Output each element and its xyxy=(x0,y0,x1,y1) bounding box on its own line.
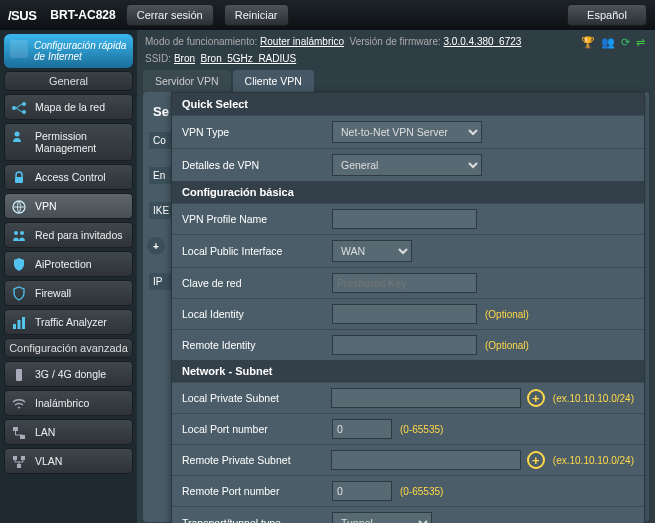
port-hint: (0-65535) xyxy=(400,424,443,435)
logout-button[interactable]: Cerrar sesión xyxy=(126,4,214,26)
main-content: Modo de funcionamiento: Router inalámbri… xyxy=(137,30,655,523)
svg-rect-8 xyxy=(13,324,16,329)
sidebar: Configuración rápida de Internet General… xyxy=(0,30,137,523)
ssid-label: SSID: xyxy=(145,53,171,64)
model-name: BRT-AC828 xyxy=(50,8,115,22)
sidebar-item-label: VLAN xyxy=(35,455,62,467)
local-port-label: Local Port number xyxy=(182,423,332,435)
sidebar-item-label: Mapa de la red xyxy=(35,101,105,113)
status-line-1: Modo de funcionamiento: Router inalámbri… xyxy=(143,34,649,51)
sidebar-item-wireless[interactable]: Inalámbrico xyxy=(4,390,133,416)
mode-value[interactable]: Router inalámbrico xyxy=(260,36,344,47)
vpn-details-select[interactable]: General xyxy=(332,154,482,176)
obscured-label: IKE xyxy=(149,202,173,219)
svg-point-0 xyxy=(12,106,16,110)
local-id-input[interactable] xyxy=(332,304,477,324)
svg-rect-12 xyxy=(13,427,18,431)
sidebar-item-label: Red para invitados xyxy=(35,229,123,241)
remote-port-label: Remote Port number xyxy=(182,485,332,497)
fw-label: Versión de firmware: xyxy=(350,36,441,47)
obscured-side-labels: Co En IKE + IP xyxy=(149,132,173,290)
sidebar-item-network-map[interactable]: Mapa de la red xyxy=(4,94,133,120)
interface-select[interactable]: WAN xyxy=(332,240,412,262)
firewall-icon xyxy=(11,286,27,302)
svg-rect-14 xyxy=(13,456,17,460)
ssid2-value: Bron_5GHz_RADIUS xyxy=(201,53,297,64)
vpn-icon xyxy=(11,199,27,215)
sidebar-item-firewall[interactable]: Firewall xyxy=(4,280,133,306)
sidebar-item-vpn[interactable]: VPN xyxy=(4,193,133,219)
sidebar-item-label: VPN xyxy=(35,200,57,212)
sidebar-item-label: Access Control xyxy=(35,171,106,183)
add-remote-subnet-button[interactable]: + xyxy=(527,451,545,469)
quick-setup-button[interactable]: Configuración rápida de Internet xyxy=(4,34,133,68)
sidebar-item-label: LAN xyxy=(35,426,55,438)
sidebar-item-aiprotection[interactable]: AiProtection xyxy=(4,251,133,277)
sidebar-item-label: 3G / 4G dongle xyxy=(35,368,106,380)
reload-icon[interactable]: ⟳ xyxy=(621,36,630,49)
local-port-input[interactable] xyxy=(332,419,392,439)
section-quick-select: Quick Select xyxy=(172,93,644,115)
local-id-label: Local Identity xyxy=(182,308,332,320)
mode-label: Modo de funcionamiento: xyxy=(145,36,257,47)
obscured-label: En xyxy=(149,167,173,184)
status-icons: 🏆 👥 ⟳ ⇌ xyxy=(581,36,645,49)
content-panel: Se PN Co En IKE + IP Quick Select VPN Ty… xyxy=(143,92,649,522)
sidebar-item-access-control[interactable]: Access Control xyxy=(4,164,133,190)
tab-vpn-server[interactable]: Servidor VPN xyxy=(143,70,231,92)
add-icon[interactable]: + xyxy=(147,237,165,255)
award-icon[interactable]: 🏆 xyxy=(581,36,595,49)
dongle-icon xyxy=(11,367,27,383)
sidebar-item-lan[interactable]: LAN xyxy=(4,419,133,445)
port-hint: (0-65535) xyxy=(400,486,443,497)
local-subnet-input[interactable] xyxy=(331,388,520,408)
sidebar-item-label: Inalámbrico xyxy=(35,397,89,409)
tunnel-type-label: Transport/tunnel type xyxy=(182,517,332,523)
remote-id-input[interactable] xyxy=(332,335,477,355)
tab-vpn-client[interactable]: Cliente VPN xyxy=(233,70,314,92)
obscured-label: Co xyxy=(149,132,173,149)
sidebar-item-permission[interactable]: Permission Management xyxy=(4,123,133,161)
key-input[interactable] xyxy=(332,273,477,293)
sidebar-item-dongle[interactable]: 3G / 4G dongle xyxy=(4,361,133,387)
local-subnet-label: Local Private Subnet xyxy=(182,392,331,404)
sidebar-item-traffic[interactable]: Traffic Analyzer xyxy=(4,309,133,335)
reboot-button[interactable]: Reiniciar xyxy=(224,4,289,26)
subnet-hint: (ex.10.10.10.0/24) xyxy=(553,455,634,466)
usb-icon[interactable]: ⇌ xyxy=(636,36,645,49)
sidebar-section-advanced: Configuración avanzada xyxy=(4,338,133,358)
svg-point-2 xyxy=(22,110,26,114)
sidebar-item-label: Permission Management xyxy=(35,130,96,154)
network-icon xyxy=(11,100,27,116)
chart-icon xyxy=(11,315,27,331)
key-label: Clave de red xyxy=(182,277,332,289)
sidebar-item-vlan[interactable]: VLAN xyxy=(4,448,133,474)
language-select[interactable]: Español xyxy=(567,4,647,26)
subnet-hint: (ex.10.10.10.0/24) xyxy=(553,393,634,404)
svg-point-6 xyxy=(14,231,18,235)
profile-name-input[interactable] xyxy=(332,209,477,229)
shield-check-icon xyxy=(11,257,27,273)
svg-rect-4 xyxy=(15,177,23,183)
remote-id-label: Remote Identity xyxy=(182,339,332,351)
obscured-label: IP xyxy=(149,273,173,290)
section-network-subnet: Network - Subnet xyxy=(172,360,644,382)
sidebar-item-guest[interactable]: Red para invitados xyxy=(4,222,133,248)
users-status-icon[interactable]: 👥 xyxy=(601,36,615,49)
add-local-subnet-button[interactable]: + xyxy=(527,389,545,407)
fw-value[interactable]: 3.0.0.4.380_6723 xyxy=(444,36,522,47)
svg-rect-9 xyxy=(18,320,21,329)
remote-subnet-label: Remote Private Subnet xyxy=(182,454,331,466)
top-bar: /SUS BRT-AC828 Cerrar sesión Reiniciar E… xyxy=(0,0,655,30)
guest-icon xyxy=(11,228,27,244)
vpn-type-select[interactable]: Net-to-Net VPN Server xyxy=(332,121,482,143)
svg-rect-11 xyxy=(16,369,22,381)
interface-label: Local Public Interface xyxy=(182,245,332,257)
remote-port-input[interactable] xyxy=(332,481,392,501)
tunnel-type-select[interactable]: Tunnel xyxy=(332,512,432,523)
remote-subnet-input[interactable] xyxy=(331,450,520,470)
sidebar-item-label: Traffic Analyzer xyxy=(35,316,107,328)
vpn-type-label: VPN Type xyxy=(182,126,332,138)
optional-hint: (Optional) xyxy=(485,340,529,351)
brand-logo: /SUS xyxy=(8,8,36,23)
